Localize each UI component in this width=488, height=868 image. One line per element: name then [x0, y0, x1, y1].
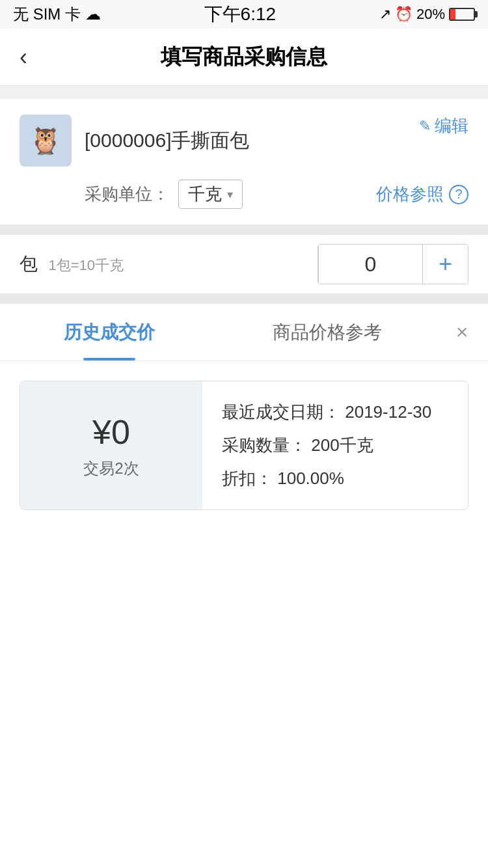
content-fill — [0, 530, 488, 868]
divider-1 — [0, 224, 488, 235]
sim-label: 无 SIM 卡 ☁ — [13, 4, 101, 25]
product-unit-row: 采购单位： 千克 ▾ 价格参照 ? — [20, 180, 468, 209]
transaction-card: ¥0 交易2次 最近成交日期： 2019-12-30 采购数量： 200千克 折… — [20, 381, 468, 510]
battery-icon — [449, 8, 475, 21]
discount-value: 100.00% — [277, 468, 344, 488]
purchase-qty-value: 200千克 — [311, 435, 373, 455]
transaction-details: 最近成交日期： 2019-12-30 采购数量： 200千克 折扣： 100.0… — [202, 381, 468, 509]
unit-label: 采购单位： — [85, 184, 169, 204]
divider-2 — [0, 293, 488, 304]
product-logo-icon: 🦉 — [29, 126, 62, 156]
back-button[interactable]: ‹ — [20, 44, 40, 71]
unit-select[interactable]: 千克 ▾ — [178, 180, 243, 209]
purchase-qty-label: 采购数量： — [222, 435, 306, 455]
status-bar: 无 SIM 卡 ☁ 下午6:12 ↗ ⏰ 20% — [0, 0, 488, 29]
product-left: 🦉 [0000006]手撕面包 — [20, 115, 249, 167]
tab-history-price[interactable]: 历史成交价 — [0, 304, 218, 360]
unit-section: 采购单位： 千克 ▾ — [85, 180, 243, 209]
quantity-input[interactable] — [318, 245, 422, 284]
price-ref-label: 价格参照 — [376, 183, 444, 206]
tab-close-button[interactable]: × — [436, 304, 488, 361]
transaction-count: 交易2次 — [83, 458, 139, 479]
price-ref-button[interactable]: 价格参照 ? — [376, 183, 468, 206]
unit-conversion: 1包=10千克 — [48, 257, 124, 273]
status-left: 无 SIM 卡 ☁ — [13, 4, 101, 25]
quantity-row: 包 1包=10千克 + — [0, 235, 488, 293]
unit-dropdown-icon: ▾ — [227, 187, 233, 202]
location-icon: ↗ — [379, 6, 391, 23]
product-thumbnail: 🦉 — [20, 115, 72, 167]
transaction-price: ¥0 — [92, 413, 130, 452]
tab-price-ref[interactable]: 商品价格参考 — [218, 304, 436, 360]
recent-date-row: 最近成交日期： 2019-12-30 — [222, 401, 448, 424]
price-ref-help-icon: ? — [449, 185, 468, 204]
unit-display: 包 — [20, 254, 38, 274]
tab-active-indicator — [83, 358, 135, 360]
quantity-plus-button[interactable]: + — [422, 245, 468, 284]
recent-date-label: 最近成交日期： — [222, 402, 340, 422]
alarm-icon: ⏰ — [395, 6, 413, 23]
transaction-section: ¥0 交易2次 最近成交日期： 2019-12-30 采购数量： 200千克 折… — [0, 361, 488, 530]
transaction-summary: ¥0 交易2次 — [20, 381, 202, 509]
page-title: 填写商品采购信息 — [161, 43, 327, 72]
quantity-control: + — [318, 244, 468, 284]
battery-percent: 20% — [416, 6, 445, 23]
tab-price-ref-label: 商品价格参考 — [273, 320, 382, 345]
nav-bar: ‹ 填写商品采购信息 — [0, 29, 488, 86]
product-card: 🦉 [0000006]手撕面包 ✎ 编辑 采购单位： 千克 ▾ 价格参照 ? — [0, 99, 488, 224]
unit-value: 千克 — [188, 183, 222, 206]
product-name: [0000006]手撕面包 — [85, 128, 249, 154]
product-header: 🦉 [0000006]手撕面包 ✎ 编辑 — [20, 115, 468, 167]
purchase-qty-row: 采购数量： 200千克 — [222, 434, 448, 457]
discount-label: 折扣： — [222, 468, 273, 488]
edit-label: 编辑 — [435, 115, 468, 137]
qty-label-section: 包 1包=10千克 — [20, 252, 124, 277]
edit-icon: ✎ — [419, 118, 431, 135]
tab-bar: 历史成交价 商品价格参考 × — [0, 304, 488, 361]
status-right: ↗ ⏰ 20% — [379, 6, 475, 23]
status-time: 下午6:12 — [204, 2, 277, 27]
tab-history-label: 历史成交价 — [64, 320, 155, 345]
discount-row: 折扣： 100.00% — [222, 467, 448, 490]
edit-button[interactable]: ✎ 编辑 — [419, 115, 468, 137]
recent-date-value: 2019-12-30 — [345, 402, 431, 422]
